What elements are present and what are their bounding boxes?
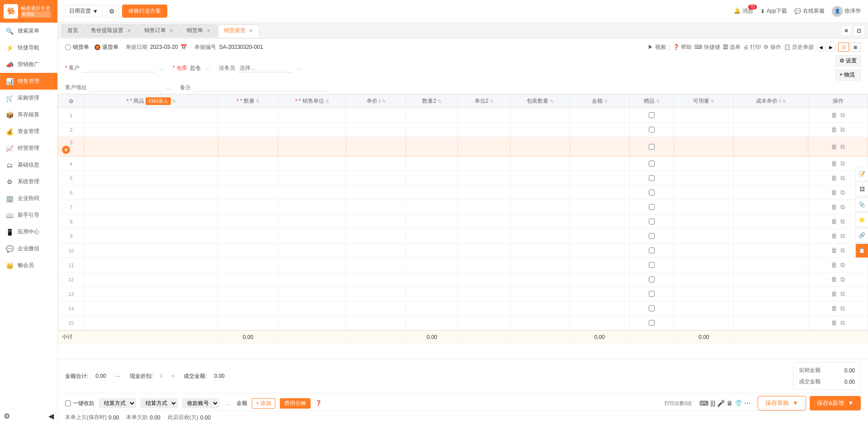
info-icon[interactable]: ℹ (779, 98, 781, 104)
sales-unit-cell[interactable] (278, 123, 346, 137)
date-value[interactable]: 2023-03-20 (150, 44, 178, 50)
copy-row-btn[interactable]: ⧉ (840, 159, 846, 168)
sales-unit-cell[interactable] (278, 229, 346, 243)
tab-close-icon[interactable]: ✕ (248, 28, 254, 33)
cost-price-cell[interactable] (734, 258, 808, 272)
product-cell[interactable] (84, 272, 218, 287)
copy-row-btn[interactable]: ⧉ (840, 188, 846, 197)
add-payment-btn[interactable]: + 添加 (252, 398, 275, 409)
tab-sales-return[interactable]: 销货退货 ✕ (218, 24, 259, 37)
quantity-cell[interactable] (218, 171, 278, 186)
gift-checkbox[interactable] (649, 175, 655, 181)
product-input[interactable] (88, 143, 215, 150)
customer-select-btn[interactable]: ... (157, 65, 165, 71)
settings-icon[interactable]: ⚙ (4, 412, 10, 420)
table-settings-icon[interactable]: ⚙ (69, 98, 74, 105)
sales-unit-cell[interactable] (278, 108, 346, 123)
sidebar-item-finance[interactable]: 💰 资金管理 (0, 123, 57, 140)
package-qty-cell[interactable] (510, 287, 570, 301)
gift-checkbox[interactable] (649, 161, 655, 167)
cost-price-cell[interactable] (734, 301, 808, 316)
quantity-cell[interactable] (218, 200, 278, 214)
unit2-cell[interactable] (458, 243, 510, 258)
product-input[interactable] (88, 233, 215, 239)
product-input[interactable] (88, 112, 215, 119)
quantity2-cell[interactable] (406, 171, 458, 186)
quantity-cell[interactable] (218, 301, 278, 316)
available-cell[interactable] (674, 258, 734, 272)
quantity2-cell[interactable] (406, 301, 458, 316)
unit2-cell[interactable] (458, 200, 510, 214)
amount-cell[interactable] (570, 200, 629, 214)
copy-row-btn[interactable]: ⧉ (840, 110, 846, 120)
package-qty-cell[interactable] (510, 171, 570, 186)
quantity-cell[interactable] (218, 157, 278, 171)
note-input[interactable] (193, 83, 329, 92)
copy-row-btn[interactable]: ⧉ (840, 318, 846, 328)
gift-cell[interactable] (629, 214, 674, 229)
right-clip-btn[interactable]: 📎 (855, 197, 868, 212)
available-cell[interactable] (674, 157, 734, 171)
tab-price-setting[interactable]: 售价提取设置 ✕ (85, 24, 137, 37)
cost-price-cell[interactable] (734, 137, 808, 157)
cost-price-cell[interactable] (734, 123, 808, 137)
available-cell[interactable] (674, 200, 734, 214)
online-service-btn[interactable]: 💬 在线客服 (794, 7, 825, 15)
unit-price-cell[interactable] (346, 316, 406, 331)
gift-checkbox[interactable] (649, 127, 655, 133)
grid-view-btn[interactable]: ⊞ (850, 43, 861, 52)
quantity2-cell[interactable] (406, 200, 458, 214)
product-cell[interactable] (84, 301, 218, 316)
copy-row-btn[interactable]: ⧉ (840, 125, 846, 134)
sidebar-item-member[interactable]: 👑 畅会员 (0, 257, 57, 274)
sales-unit-cell[interactable] (278, 214, 346, 229)
dropdown-arrow-icon[interactable]: ▼ (848, 400, 854, 406)
product-input[interactable] (88, 276, 215, 283)
quantity2-cell[interactable] (406, 272, 458, 287)
tab-close-icon[interactable]: ✕ (206, 28, 211, 33)
product-cell[interactable] (84, 123, 218, 137)
one-click-checkbox[interactable] (65, 400, 71, 406)
payment-method-select[interactable]: 结算方式 (99, 398, 136, 408)
quantity2-cell[interactable] (406, 287, 458, 301)
dropdown-arrow-icon[interactable]: ▼ (793, 400, 798, 406)
maximize-button[interactable]: ⊡ (854, 25, 864, 36)
calendar-icon[interactable]: 📅 (180, 44, 187, 50)
amount-cell[interactable] (570, 301, 629, 316)
unit-price-cell[interactable] (346, 171, 406, 186)
save-draft-btn[interactable]: 保存草稿 ▼ (758, 396, 806, 410)
cost-price-cell[interactable] (734, 229, 808, 243)
unit-price-cell[interactable] (346, 258, 406, 272)
copy-row-btn[interactable]: ⧉ (840, 202, 846, 212)
gift-checkbox[interactable] (649, 190, 655, 195)
sales-unit-cell[interactable] (278, 243, 346, 258)
delete-row-btn[interactable]: 🗑 (830, 142, 838, 151)
gift-cell[interactable] (629, 287, 674, 301)
gift-checkbox[interactable] (649, 276, 655, 282)
delete-row-btn[interactable]: 🗑 (830, 217, 838, 226)
sidebar-item-marketing[interactable]: 📣 营销推广 (0, 56, 57, 73)
right-orange-btn[interactable]: 📋 (855, 243, 868, 258)
delete-row-btn[interactable]: 🗑 (830, 260, 838, 269)
sidebar-item-shortcut[interactable]: ⚡ 快捷导航 (0, 39, 57, 56)
print-btn[interactable]: 🖨 打印 (743, 43, 761, 51)
sidebar-item-basic[interactable]: 🗂 基础信息 (0, 157, 57, 173)
sales-unit-cell[interactable] (278, 258, 346, 272)
copy-row-btn[interactable]: ⧉ (840, 275, 846, 284)
amount-cell[interactable] (570, 137, 629, 157)
delete-row-btn[interactable]: 🗑 (830, 110, 838, 119)
unit2-cell[interactable] (458, 272, 510, 287)
settings-button[interactable]: ⚙ (106, 5, 118, 18)
cost-price-cell[interactable] (734, 108, 808, 123)
available-cell[interactable] (674, 214, 734, 229)
unit-price-cell[interactable] (346, 301, 406, 316)
quantity2-cell[interactable] (406, 258, 458, 272)
sidebar-item-business[interactable]: 📈 经营管理 (0, 140, 57, 157)
sort-icon[interactable]: ⇅ (490, 99, 494, 104)
quantity2-cell[interactable] (406, 108, 458, 123)
sidebar-item-wechat[interactable]: 💬 企业微信 (0, 240, 57, 257)
package-qty-cell[interactable] (510, 229, 570, 243)
unit2-cell[interactable] (458, 157, 510, 171)
unit-price-cell[interactable] (346, 186, 406, 200)
amount-cell[interactable] (570, 186, 629, 200)
